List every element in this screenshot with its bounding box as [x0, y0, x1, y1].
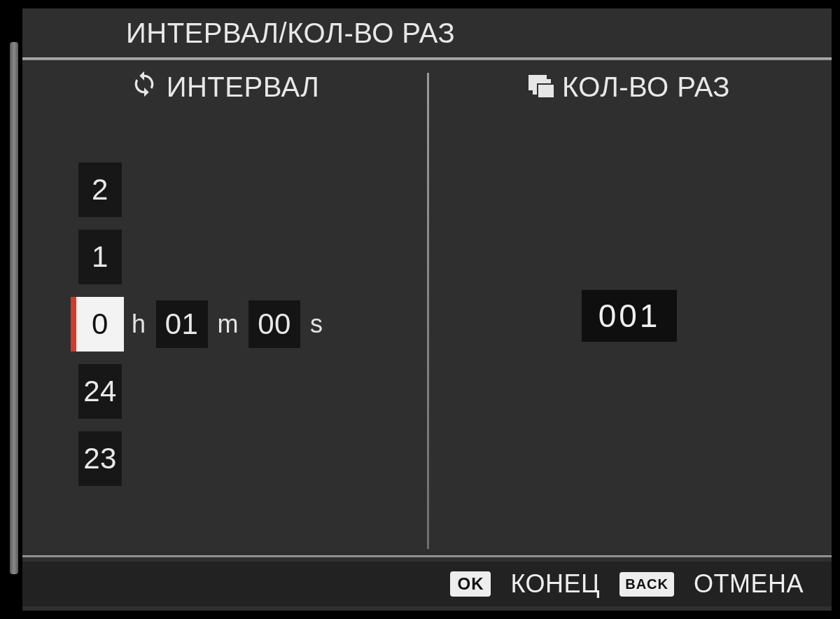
hours-option[interactable]: 24: [78, 364, 122, 419]
page-title-text: ИНТЕРВАЛ/КОЛ-ВО РАЗ: [126, 18, 455, 49]
hours-option[interactable]: 23: [78, 431, 122, 486]
unit-hours: h: [132, 310, 146, 339]
seconds-value[interactable]: 00: [248, 300, 300, 348]
interval-column: ИНТЕРВАЛ 2 1 0 24 23 h 01 m 00 s: [22, 66, 427, 556]
hours-option[interactable]: 2: [78, 162, 122, 217]
back-button[interactable]: BACK: [620, 572, 674, 597]
footer-divider: [22, 555, 832, 557]
count-body: 001: [427, 290, 832, 342]
hours-option[interactable]: 1: [78, 230, 122, 284]
columns: ИНТЕРВАЛ 2 1 0 24 23 h 01 m 00 s: [22, 66, 832, 556]
burst-stack-icon: [528, 75, 554, 99]
unit-seconds: s: [310, 310, 323, 339]
count-header: КОЛ-ВО РАЗ: [427, 66, 832, 108]
footer: OK КОНЕЦ BACK ОТМЕНА: [22, 562, 832, 606]
minutes-value[interactable]: 01: [156, 300, 208, 348]
menu-screen: ИНТЕРВАЛ/КОЛ-ВО РАЗ ИНТЕРВАЛ 2 1 0 24 23: [22, 8, 832, 611]
unit-minutes: m: [218, 310, 239, 339]
title-divider: [22, 57, 832, 60]
count-value[interactable]: 001: [582, 290, 678, 342]
count-column: КОЛ-ВО РАЗ 001: [427, 66, 832, 556]
interval-body: 2 1 0 24 23 h 01 m 00 s: [76, 162, 323, 486]
hours-wheel[interactable]: 2 1 0 24 23: [76, 162, 125, 486]
left-edge-strip: [10, 42, 18, 574]
refresh-icon: [130, 70, 158, 104]
cancel-label: ОТМЕНА: [694, 569, 804, 599]
hms-row: h 01 m 00 s: [132, 300, 323, 348]
page-title: ИНТЕРВАЛ/КОЛ-ВО РАЗ: [22, 8, 832, 57]
interval-header: ИНТЕРВАЛ: [22, 66, 427, 108]
end-label: КОНЕЦ: [510, 569, 600, 599]
count-header-label: КОЛ-ВО РАЗ: [562, 71, 730, 103]
ok-button[interactable]: OK: [450, 571, 491, 597]
hours-option-selected[interactable]: 0: [76, 297, 124, 352]
column-divider: [427, 73, 429, 549]
interval-header-label: ИНТЕРВАЛ: [167, 71, 320, 103]
